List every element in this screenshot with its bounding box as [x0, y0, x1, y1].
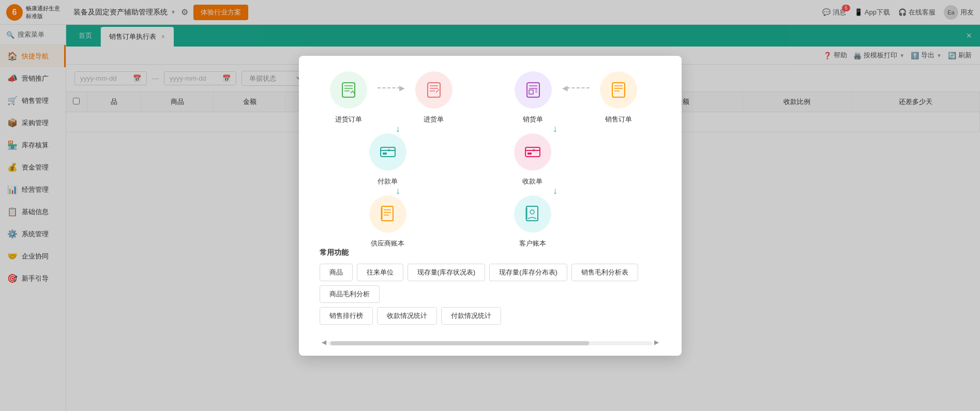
purchase-receipt-label: 进货单 — [424, 115, 444, 124]
v-arrow-purchase: ↓ — [380, 124, 417, 133]
purchase-receipt-circle — [415, 71, 453, 109]
flow-item-sales-order[interactable]: 销售订单 — [600, 71, 637, 124]
flow-row-3: 供应商账本 客户账本 — [320, 195, 562, 248]
purchase-order-circle — [330, 71, 367, 109]
flow-row-1: 进货订单 ▶ — [320, 71, 647, 124]
svg-rect-15 — [612, 83, 625, 97]
supplier-ledger-label: 供应商账本 — [371, 239, 404, 248]
payment-circle: ¥ — [369, 133, 406, 171]
arrow-left-1: ◀ — [562, 71, 590, 92]
common-functions-title: 常用功能 — [320, 248, 661, 257]
func-btn-sales-rank[interactable]: 销售排行榜 — [320, 307, 373, 325]
func-buttons-row-2: 销售排行榜 收款情况统计 付款情况统计 — [320, 307, 661, 325]
scroll-right-arrow[interactable]: ▶ — [654, 339, 659, 346]
flow-row-2: ¥ 付款单 ¥ — [320, 133, 562, 186]
scroll-left-arrow[interactable]: ◀ — [322, 339, 326, 346]
func-btn-sales-profit[interactable]: 销售毛利分析表 — [571, 264, 638, 281]
flow-item-customer-ledger[interactable]: 客户账本 — [514, 195, 551, 248]
svg-rect-0 — [342, 83, 355, 97]
flow-item-purchase-receipt[interactable]: 进货单 — [415, 71, 453, 124]
sales-receipt-circle — [515, 71, 552, 109]
svg-rect-33 — [525, 207, 527, 220]
flow-chart: 进货订单 ▶ — [320, 71, 661, 248]
v-arrow-sales: ↓ — [537, 124, 574, 133]
payment-label: 付款单 — [378, 177, 398, 186]
arrow-right-1: ▶ — [378, 71, 405, 92]
svg-text:¥: ¥ — [533, 148, 535, 153]
func-btn-stock-status[interactable]: 现存量(库存状况表) — [408, 264, 486, 281]
svg-rect-28 — [381, 207, 383, 220]
modal-content: 进货订单 ▶ — [299, 56, 682, 356]
modal-scroll-row: ◀ ▶ — [320, 337, 661, 352]
collection-circle: ¥ — [514, 133, 551, 171]
func-btn-product[interactable]: 商品 — [320, 264, 353, 281]
func-btn-partners[interactable]: 往来单位 — [357, 264, 403, 281]
modal: 进货订单 ▶ — [299, 56, 682, 356]
svg-point-34 — [530, 210, 534, 214]
common-functions: 常用功能 商品 往来单位 现存量(库存状况表) 现存量(库存分布表) 销售毛利分… — [320, 248, 661, 337]
flow-item-supplier-ledger[interactable]: 供应商账本 — [369, 195, 406, 248]
flow-item-sales-receipt[interactable]: 销货单 — [515, 71, 552, 124]
modal-overlay[interactable]: 进货订单 ▶ — [0, 0, 980, 411]
svg-rect-25 — [527, 153, 532, 155]
customer-ledger-circle — [514, 195, 551, 233]
svg-rect-12 — [529, 90, 533, 94]
func-btn-collection-stats[interactable]: 收款情况统计 — [377, 307, 437, 325]
sales-receipt-label: 销货单 — [523, 115, 543, 124]
svg-rect-21 — [383, 153, 387, 155]
func-buttons-row-1: 商品 往来单位 现存量(库存状况表) 现存量(库存分布表) 销售毛利分析表 商品… — [320, 264, 661, 303]
func-btn-payment-stats[interactable]: 付款情况统计 — [441, 307, 501, 325]
supplier-ledger-circle — [369, 195, 406, 233]
flow-item-collection[interactable]: ¥ 收款单 — [514, 133, 551, 186]
svg-text:¥: ¥ — [388, 148, 390, 153]
sales-order-circle — [600, 71, 637, 109]
purchase-order-label: 进货订单 — [335, 115, 362, 124]
sales-order-label: 销售订单 — [605, 115, 632, 124]
flow-arrows-row-2: ↓ ↓ — [320, 186, 574, 195]
svg-rect-27 — [382, 206, 393, 221]
flow-item-purchase-order[interactable]: 进货订单 — [330, 71, 367, 124]
func-btn-product-profit[interactable]: 商品毛利分析 — [320, 285, 380, 303]
func-btn-stock-dist[interactable]: 现存量(库存分布表) — [489, 264, 567, 281]
collection-label: 收款单 — [522, 177, 542, 186]
customer-ledger-label: 客户账本 — [519, 239, 546, 248]
flow-arrows-row: ↓ ↓ — [320, 124, 574, 133]
flow-item-payment[interactable]: ¥ 付款单 — [369, 133, 406, 186]
modal-scrollbar-thumb — [330, 341, 590, 345]
svg-line-8 — [436, 89, 439, 93]
modal-scrollbar[interactable] — [328, 341, 652, 345]
